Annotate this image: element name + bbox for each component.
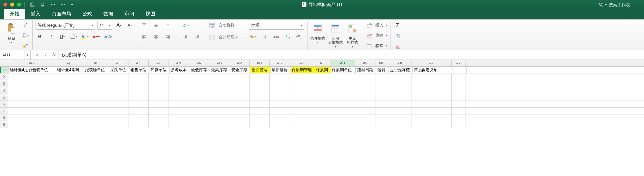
- insert-dropdown-icon[interactable]: ▾: [385, 24, 387, 27]
- col-header-AZ[interactable]: AZ: [452, 60, 466, 66]
- cell-AN8[interactable]: [189, 114, 209, 121]
- comma-icon[interactable]: 000: [272, 32, 280, 41]
- wrap-text-label[interactable]: 自动换行: [219, 23, 234, 28]
- cell-AX4[interactable]: [388, 87, 412, 94]
- cell-AL9[interactable]: [149, 121, 169, 128]
- cell-AS3[interactable]: [290, 80, 314, 87]
- cell-AU8[interactable]: [330, 114, 355, 121]
- cell-AT2[interactable]: [314, 73, 330, 80]
- cell-AO1[interactable]: 最高库存: [210, 67, 230, 73]
- format-cells-label[interactable]: 格式: [375, 43, 383, 48]
- cell-AG8[interactable]: [8, 114, 55, 121]
- cell-AM7[interactable]: [169, 108, 189, 114]
- cell-AU7[interactable]: [330, 108, 355, 114]
- cell-AV8[interactable]: [355, 114, 375, 121]
- cell-AN4[interactable]: [189, 87, 209, 94]
- decrease-indent-icon[interactable]: [181, 32, 190, 41]
- search-input[interactable]: [609, 2, 640, 7]
- merge-center-icon[interactable]: [208, 33, 216, 42]
- currency-icon[interactable]: ▾: [249, 32, 257, 41]
- bold-icon[interactable]: B: [36, 32, 44, 41]
- cell-AP4[interactable]: [229, 87, 250, 94]
- redo-icon[interactable]: ▾: [61, 2, 66, 7]
- cell-AU2[interactable]: [330, 73, 355, 80]
- cell-AY3[interactable]: [412, 80, 452, 87]
- cell-AK7[interactable]: [128, 108, 149, 114]
- cell-AR4[interactable]: [270, 87, 290, 94]
- align-middle-icon[interactable]: [152, 21, 160, 30]
- cell-AI2[interactable]: [83, 73, 108, 80]
- col-header-AK[interactable]: AK: [128, 60, 149, 66]
- cell-AP2[interactable]: [229, 73, 250, 80]
- cell-AO4[interactable]: [209, 87, 229, 94]
- number-format-select[interactable]: 常规▾: [249, 21, 304, 30]
- col-header-AW[interactable]: AW: [375, 60, 388, 66]
- cell-AO2[interactable]: [209, 73, 229, 80]
- cell-AT9[interactable]: [314, 121, 330, 128]
- undo-icon[interactable]: ▾: [50, 2, 55, 7]
- italic-icon[interactable]: I: [47, 32, 55, 41]
- cell-AR2[interactable]: [270, 73, 290, 80]
- cell-AP8[interactable]: [229, 114, 250, 121]
- col-header-AT[interactable]: AT: [314, 60, 330, 66]
- cell-AH3[interactable]: [55, 80, 83, 87]
- cell-AX8[interactable]: [388, 114, 412, 121]
- cell-AW2[interactable]: [375, 73, 388, 80]
- cell-AS6[interactable]: [290, 101, 314, 107]
- cell-AG1[interactable]: 辅计量4是否包装单位: [9, 67, 56, 73]
- cell-AM3[interactable]: [169, 80, 189, 87]
- tab-home[interactable]: 开始: [4, 8, 25, 19]
- cell-AR3[interactable]: [270, 80, 290, 87]
- cell-AK4[interactable]: [128, 87, 149, 94]
- cell-AH2[interactable]: [55, 73, 83, 80]
- tab-data[interactable]: 数据: [98, 8, 119, 19]
- cell-AY6[interactable]: [412, 101, 452, 107]
- cell-AZ4[interactable]: [452, 87, 466, 94]
- cell-AV5[interactable]: [355, 94, 375, 101]
- cell-AH4[interactable]: [55, 87, 83, 94]
- copy-icon[interactable]: ▾: [21, 31, 30, 40]
- cell-AT6[interactable]: [314, 101, 330, 107]
- format-as-table-button[interactable]: [329, 21, 342, 36]
- cell-AZ1[interactable]: [452, 67, 467, 73]
- cell-AJ8[interactable]: [108, 114, 128, 121]
- cell-AW3[interactable]: [375, 80, 388, 87]
- cell-AX7[interactable]: [388, 108, 412, 114]
- cell-AT5[interactable]: [314, 94, 330, 101]
- cell-AQ7[interactable]: [250, 108, 270, 114]
- format-cells-icon[interactable]: [365, 42, 374, 50]
- conditional-format-button[interactable]: [311, 21, 325, 36]
- format-painter-icon[interactable]: [21, 42, 30, 50]
- cell-AN6[interactable]: [189, 101, 209, 107]
- align-right-icon[interactable]: [164, 32, 172, 41]
- tab-insert[interactable]: 插入: [25, 8, 46, 19]
- col-header-AM[interactable]: AM: [169, 60, 189, 66]
- cell-AP1[interactable]: 安全库存: [230, 67, 250, 73]
- cell-AZ3[interactable]: [452, 80, 466, 87]
- increase-font-icon[interactable]: A▴: [115, 21, 123, 30]
- cell-AM6[interactable]: [169, 101, 189, 107]
- increase-decimal-icon[interactable]: .0.00: [283, 32, 292, 41]
- col-header-AY[interactable]: AY: [412, 60, 452, 66]
- cell-AT8[interactable]: [314, 114, 330, 121]
- col-header-AI[interactable]: AI: [83, 60, 108, 66]
- cell-AL6[interactable]: [149, 101, 169, 107]
- cell-AG4[interactable]: [8, 87, 55, 94]
- cell-AI9[interactable]: [83, 121, 108, 128]
- insert-cells-icon[interactable]: +: [365, 21, 374, 30]
- cell-AP6[interactable]: [229, 101, 250, 107]
- font-size-select[interactable]: 11▾: [97, 21, 112, 30]
- cell-AT4[interactable]: [314, 87, 330, 94]
- row-header-3[interactable]: 3: [0, 80, 8, 87]
- cell-AN3[interactable]: [189, 80, 209, 87]
- cell-AS2[interactable]: [290, 73, 314, 80]
- cell-AZ9[interactable]: [452, 121, 466, 128]
- cell-AV7[interactable]: [355, 108, 375, 114]
- cell-AH9[interactable]: [55, 121, 83, 128]
- cell-AR7[interactable]: [270, 108, 290, 114]
- cell-AW5[interactable]: [375, 94, 388, 101]
- underline-icon[interactable]: U▾: [58, 32, 67, 41]
- row-header-8[interactable]: 8: [0, 114, 8, 121]
- decrease-decimal-icon[interactable]: .00.0: [294, 32, 303, 41]
- cell-AY7[interactable]: [412, 108, 452, 114]
